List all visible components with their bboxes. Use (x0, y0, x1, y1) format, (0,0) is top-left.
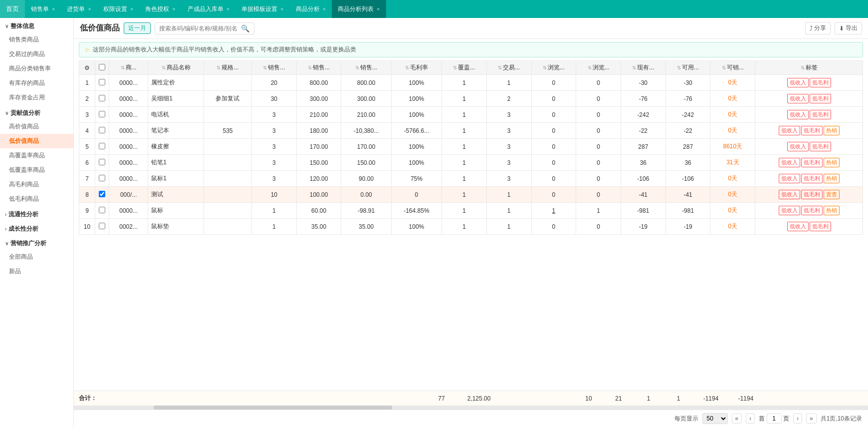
cell-browse1[interactable]: 0 (531, 187, 576, 203)
close-icon[interactable]: × (377, 6, 380, 12)
row-checkbox[interactable] (99, 127, 105, 133)
page-size-select[interactable]: 50 100 200 (702, 413, 728, 424)
sidebar-item-all-products[interactable]: 全部商品 (0, 250, 73, 264)
sidebar-item-new-products[interactable]: 新品 (0, 264, 73, 279)
row-checkbox[interactable] (99, 207, 105, 213)
search-input[interactable] (159, 25, 239, 32)
nav-product-analysis-list[interactable]: 商品分析列表 × (332, 0, 386, 18)
cell-browse1[interactable]: 1 (531, 203, 576, 219)
nav-role-auth[interactable]: 角色授权 × (139, 0, 181, 18)
col-settings[interactable]: ⚙ (79, 61, 95, 75)
cell-checkbox[interactable] (95, 187, 109, 203)
sidebar-item-low-coverage[interactable]: 低覆盖率商品 (0, 163, 73, 177)
prev-page-button[interactable]: ‹ (746, 414, 755, 424)
col-stock-avail[interactable]: ⇅可用... (665, 61, 710, 75)
table-area[interactable]: ⚙ ⇅商... ⇅商品名称 ⇅规格... (74, 60, 868, 391)
nav-permissions[interactable]: 权限设置 × (97, 0, 139, 18)
sidebar-item-low-margin[interactable]: 低毛利商品 (0, 192, 73, 206)
nav-sales-order[interactable]: 销售单 × (25, 0, 61, 18)
nav-home[interactable]: 首页 (0, 0, 25, 18)
cell-checkbox[interactable] (95, 107, 109, 123)
cell-browse1[interactable]: 0 (531, 123, 576, 139)
cell-checkbox[interactable] (95, 219, 109, 235)
cell-browse1[interactable]: 0 (531, 75, 576, 91)
nav-template-settings[interactable]: 单据模板设置 × (235, 0, 289, 18)
col-browse1[interactable]: ⇅浏览... (531, 61, 576, 75)
sidebar-group-overall[interactable]: ∨ 整体信息 (0, 18, 73, 32)
col-sales-price[interactable]: ⇅销售... (341, 61, 391, 75)
row-checkbox[interactable] (99, 79, 105, 85)
sidebar-item-stock-capital[interactable]: 库存资金占用 (0, 90, 73, 105)
row-checkbox[interactable] (99, 143, 105, 149)
sidebar-item-traded-products[interactable]: 交易过的商品 (0, 47, 73, 61)
close-icon[interactable]: × (226, 6, 229, 12)
first-page-button[interactable]: « (732, 414, 742, 424)
sidebar-item-high-value[interactable]: 高价值商品 (0, 119, 73, 134)
sidebar-group-growth[interactable]: › 成长性分析 (0, 221, 73, 235)
col-sales-qty[interactable]: ⇅销售... (252, 61, 297, 75)
col-spec[interactable]: ⇅规格... (204, 61, 251, 75)
col-coverage[interactable]: ⇅覆盖... (442, 61, 487, 75)
sidebar-item-high-coverage[interactable]: 高覆盖率商品 (0, 148, 73, 163)
cell-checkbox[interactable] (95, 75, 109, 91)
cell-browse1[interactable]: 0 (531, 155, 576, 171)
nav-product-in[interactable]: 产成品入库单 × (182, 0, 235, 18)
settings-icon[interactable]: ⚙ (84, 64, 90, 71)
cell-browse1[interactable]: 0 (531, 91, 576, 107)
col-stock-now[interactable]: ⇅现有... (621, 61, 666, 75)
close-icon[interactable]: × (323, 6, 326, 12)
cell-browse1[interactable]: 0 (531, 171, 576, 187)
cell-checkbox[interactable] (95, 171, 109, 187)
close-icon[interactable]: × (88, 6, 91, 12)
cell-coverage: 1 (442, 107, 487, 123)
cell-checkbox[interactable] (95, 155, 109, 171)
row-checkbox[interactable] (99, 223, 105, 229)
col-tag[interactable]: ⇅标签 (755, 61, 863, 75)
sidebar-group-circulation[interactable]: › 流通性分析 (0, 206, 73, 221)
close-icon[interactable]: × (52, 6, 55, 12)
nav-product-analysis[interactable]: 商品分析 × (290, 0, 332, 18)
tag-badge: 热销 (824, 126, 840, 135)
filter-recent-month-button[interactable]: 近一月 (124, 22, 151, 34)
close-icon[interactable]: × (130, 6, 133, 12)
row-checkbox[interactable] (99, 191, 105, 197)
sidebar-item-sales-products[interactable]: 销售类商品 (0, 32, 73, 47)
main-layout: ∨ 整体信息 销售类商品 交易过的商品 商品分类销售率 有库存的商品 库存资金占… (0, 18, 868, 427)
col-gross-rate[interactable]: ⇅毛利率 (391, 61, 441, 75)
col-browse2[interactable]: ⇅浏览... (576, 61, 621, 75)
cell-checkbox[interactable] (95, 139, 109, 155)
cell-checkbox[interactable] (95, 123, 109, 139)
sidebar-item-category-sales-rate[interactable]: 商品分类销售率 (0, 61, 73, 76)
row-checkbox[interactable] (99, 175, 105, 181)
sidebar-item-low-value[interactable]: 低价值商品 (0, 134, 73, 148)
row-checkbox[interactable] (99, 159, 105, 165)
sidebar-item-stock-products[interactable]: 有库存的商品 (0, 76, 73, 90)
cell-browse1[interactable]: 0 (531, 139, 576, 155)
cell-browse1[interactable]: 0 (531, 107, 576, 123)
col-code[interactable]: ⇅商... (109, 61, 148, 75)
share-button[interactable]: ⤴ 分享 (805, 22, 831, 34)
cell-checkbox[interactable] (95, 203, 109, 219)
col-name[interactable]: ⇅商品名称 (148, 61, 204, 75)
col-trade[interactable]: ⇅交易... (486, 61, 531, 75)
col-sellable[interactable]: ⇅可销... (710, 61, 755, 75)
nav-purchase-order[interactable]: 进货单 × (61, 0, 97, 18)
row-checkbox[interactable] (99, 111, 105, 117)
sidebar-group-contribution[interactable]: ∨ 贡献值分析 (0, 105, 73, 119)
cell-browse1[interactable]: 0 (531, 219, 576, 235)
sidebar-group-marketing[interactable]: ∨ 营销推广分析 (0, 235, 73, 250)
last-page-button[interactable]: » (806, 414, 817, 424)
row-checkbox[interactable] (99, 95, 105, 101)
close-icon[interactable]: × (280, 6, 283, 12)
col-sales-amount[interactable]: ⇅销售... (296, 61, 341, 75)
close-icon[interactable]: × (172, 6, 175, 12)
sidebar-item-high-margin[interactable]: 高毛利商品 (0, 177, 73, 192)
select-all-checkbox[interactable] (99, 64, 105, 70)
next-page-button[interactable]: › (793, 414, 802, 424)
cell-stock-now: -30 (621, 75, 666, 91)
search-icon[interactable]: 🔍 (241, 24, 249, 32)
page-number-input[interactable] (767, 414, 782, 424)
col-checkbox[interactable] (95, 61, 109, 75)
export-button[interactable]: ⬇ 导出 (835, 22, 862, 34)
cell-checkbox[interactable] (95, 91, 109, 107)
